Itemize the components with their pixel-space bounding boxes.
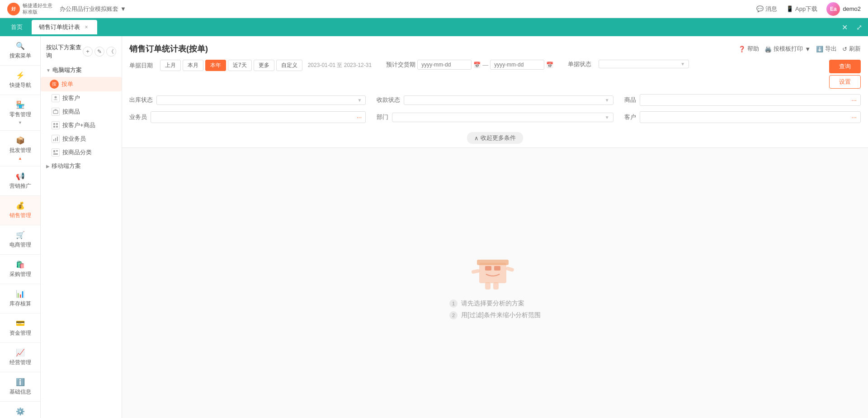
app-download-icon: 📱 (786, 5, 793, 12)
tab-bar: 首页 销售订单统计表 × ✕ ⤢ (0, 18, 868, 36)
system-icon: ⚙️ (16, 407, 25, 416)
payment-status-label: 收款状态 (377, 96, 400, 104)
tab-close-window-btn[interactable]: ✕ (839, 22, 850, 33)
tab-sales-order-stats[interactable]: 销售订单统计表 × (32, 20, 97, 34)
svg-rect-17 (505, 266, 514, 271)
scheme-item-by-customer[interactable]: 按客户 (41, 91, 122, 105)
date-btn-this-year[interactable]: 本年 (205, 60, 226, 71)
empty-state: 1 请先选择要分析的方案 2 用[过滤]条件来缩小分析范围 (449, 247, 541, 319)
export-btn[interactable]: ⬇️ 导出 (816, 45, 837, 53)
tab-maximize-btn[interactable]: ⤢ (854, 22, 864, 33)
filter-title-row: 销售订单统计表(按单) ❓ 帮助 🖨️ 按模板打印 ▼ ⬇️ (129, 43, 861, 54)
svg-rect-1 (53, 110, 58, 114)
filter-row-2: 出库状态 ▼ 收款状态 ▼ 商品 (129, 94, 861, 106)
expected-delivery-label: 预计交货期 (386, 61, 415, 69)
tab-home[interactable]: 首页 (4, 20, 30, 34)
refresh-icon: ↺ (842, 46, 847, 52)
top-header: 好 畅捷通好生意 标准版 办公用品行业模拟账套 ▼ 💬 消息 📱 App下载 E… (0, 0, 868, 18)
scheme-item-customer-icon (52, 94, 60, 102)
scheme-item-by-customer-goods[interactable]: 按客户+商品 (41, 119, 122, 132)
svg-rect-8 (57, 137, 58, 141)
svg-rect-18 (485, 282, 491, 290)
payment-status-select[interactable]: ▼ (404, 95, 613, 105)
date-to-calendar-icon[interactable]: 📅 (546, 62, 553, 68)
sidebar-item-basic-info[interactable]: ℹ️ 基础信息 (0, 372, 40, 402)
bill-status-group: 单据状态 ▼ (568, 60, 689, 68)
filter-area: 销售订单统计表(按单) ❓ 帮助 🖨️ 按模板打印 ▼ ⬇️ (122, 36, 868, 148)
scheme-item-by-salesman[interactable]: 按业务员 (41, 132, 122, 146)
date-from-calendar-icon[interactable]: 📅 (473, 62, 481, 68)
scheme-add-btn[interactable]: + (83, 47, 93, 57)
scheme-item-by-goods[interactable]: 按商品 (41, 105, 122, 119)
sidebar-item-finance[interactable]: 💳 资金管理 (0, 314, 40, 343)
date-from-input[interactable] (417, 60, 472, 70)
sidebar-item-operations[interactable]: 📈 经营管理 (0, 343, 40, 372)
date-btn-last-month[interactable]: 上月 (160, 60, 181, 71)
salesman-field: 业务员 ··· (129, 111, 366, 123)
header-left: 好 畅捷通好生意 标准版 办公用品行业模拟账套 ▼ (7, 3, 130, 15)
date-btn-more[interactable]: 更多 (254, 60, 274, 71)
date-to-input[interactable] (490, 60, 544, 70)
company-selector[interactable]: 办公用品行业模拟账套 ▼ (56, 3, 130, 15)
sidebar-item-ecom[interactable]: 🛒 电商管理 (0, 225, 40, 255)
user-avatar-area[interactable]: Ea demo2 (826, 2, 861, 16)
sidebar-item-search[interactable]: 🔍 搜索菜单 (0, 36, 40, 66)
query-btn[interactable]: 查询 (829, 60, 861, 73)
scheme-panel-actions: + ✎ 《 (83, 47, 116, 57)
basic-info-icon: ℹ️ (16, 378, 25, 386)
scheme-group-mobile[interactable]: ▶ 移动端方案 (41, 159, 122, 173)
date-btn-custom[interactable]: 自定义 (276, 60, 302, 71)
delivery-status-select[interactable]: ▼ (156, 95, 366, 105)
salesman-dots[interactable]: ··· (357, 114, 362, 121)
scheme-item-goods-icon (52, 108, 60, 116)
help-btn[interactable]: ❓ 帮助 (738, 45, 759, 53)
ecom-icon: 🛒 (16, 231, 25, 239)
operations-icon: 📈 (16, 348, 25, 357)
date-separator: — (482, 62, 488, 68)
goods-dots[interactable]: ··· (851, 96, 857, 104)
scheme-collapse-btn[interactable]: 《 (106, 47, 116, 57)
sales-icon: 💰 (16, 201, 25, 210)
empty-tip-2: 2 用[过滤]条件来缩小分析范围 (449, 311, 541, 319)
template-print-btn[interactable]: 🖨️ 按模板打印 ▼ (764, 45, 811, 53)
inventory-icon: 📊 (16, 290, 25, 298)
sidebar-item-quick-nav[interactable]: ⚡ 快捷导航 (0, 66, 40, 95)
delivery-status-label: 出库状态 (129, 96, 153, 104)
header-right: 💬 消息 📱 App下载 Ea demo2 (756, 2, 861, 16)
dept-arrow-icon: ▼ (605, 115, 609, 120)
message-icon: 💬 (756, 5, 764, 12)
sidebar-item-wholesale[interactable]: 📦 批发管理 ▲ (0, 131, 40, 166)
sidebar-item-retail[interactable]: 🏪 零售管理 ▼ (0, 95, 40, 131)
message-action[interactable]: 💬 消息 (756, 5, 777, 13)
empty-state-icon (468, 247, 522, 292)
export-icon: ⬇️ (816, 46, 823, 52)
empty-tips: 1 请先选择要分析的方案 2 用[过滤]条件来缩小分析范围 (449, 299, 541, 319)
content-area: 按以下方案查询 + ✎ 《 ▼ 电脑端方案 按 按单 (41, 36, 868, 418)
scheme-item-by-order[interactable]: 按 按单 (41, 77, 122, 91)
sidebar-item-system[interactable]: ⚙️ 系统管理 (0, 402, 40, 418)
collapse-conditions-btn[interactable]: ∧ 收起更多条件 (467, 132, 523, 144)
expected-delivery-group: 预计交货期 📅 — 📅 (386, 60, 553, 70)
wholesale-icon: 📦 (16, 136, 25, 145)
date-btn-this-month[interactable]: 本月 (183, 60, 203, 71)
collapse-row[interactable]: ∧ 收起更多条件 (129, 128, 861, 147)
date-btn-7days[interactable]: 近7天 (228, 60, 252, 71)
mobile-group-arrow-icon: ▶ (46, 164, 50, 169)
scheme-item-by-category[interactable]: 按商品分类 (41, 146, 122, 159)
department-select[interactable]: ▼ (392, 113, 613, 122)
sidebar-item-marketing[interactable]: 📢 营销推广 (0, 166, 40, 196)
sidebar-item-inventory[interactable]: 📊 库存核算 (0, 284, 40, 314)
scheme-group-desktop-title[interactable]: ▼ 电脑端方案 (46, 66, 116, 74)
logo-area: 好 畅捷通好生意 标准版 (7, 3, 52, 15)
scheme-edit-btn[interactable]: ✎ (94, 47, 104, 57)
scheme-item-order-icon: 按 (50, 80, 59, 89)
customer-dots[interactable]: ··· (851, 114, 857, 121)
refresh-btn[interactable]: ↺ 刷新 (842, 45, 861, 53)
sidebar-item-sales[interactable]: 💰 销售管理 (0, 196, 40, 225)
logo-text: 畅捷通好生意 标准版 (23, 3, 52, 14)
settings-btn[interactable]: 设置 (829, 75, 861, 89)
bill-status-select[interactable]: ▼ (599, 60, 689, 68)
tab-close-btn[interactable]: × (83, 24, 90, 31)
sidebar-item-purchase[interactable]: 🛍️ 采购管理 (0, 255, 40, 284)
app-download-action[interactable]: 📱 App下载 (786, 5, 817, 13)
